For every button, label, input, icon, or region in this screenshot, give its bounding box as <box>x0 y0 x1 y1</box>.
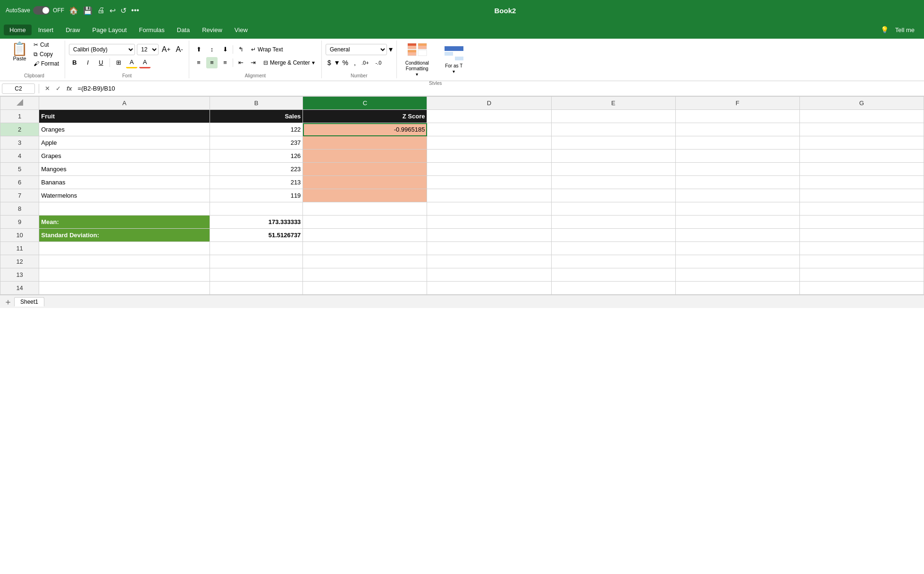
cell-a1[interactable]: Fruit <box>39 110 210 123</box>
cell-a11[interactable] <box>39 242 210 255</box>
cell-e4[interactable] <box>551 150 675 163</box>
col-header-d[interactable]: D <box>427 97 551 110</box>
cell-c2[interactable]: -0.9965185 <box>303 123 427 136</box>
menu-view[interactable]: View <box>229 25 253 35</box>
cell-f9[interactable] <box>675 216 799 229</box>
cell-d14[interactable] <box>427 282 551 295</box>
cell-b11[interactable] <box>210 242 303 255</box>
confirm-formula-button[interactable]: ✓ <box>54 84 63 93</box>
cell-e1[interactable] <box>551 110 675 123</box>
cell-e13[interactable] <box>551 268 675 282</box>
cell-d10[interactable] <box>427 229 551 242</box>
menu-page-layout[interactable]: Page Layout <box>87 25 133 35</box>
row-header-12[interactable]: 12 <box>0 255 39 268</box>
cell-c13[interactable] <box>303 268 427 282</box>
cell-g9[interactable] <box>799 216 924 229</box>
cell-f3[interactable] <box>675 136 799 150</box>
cell-a13[interactable] <box>39 268 210 282</box>
col-header-e[interactable]: E <box>551 97 675 110</box>
row-header-5[interactable]: 5 <box>0 163 39 176</box>
cell-c11[interactable] <box>303 242 427 255</box>
row-header-13[interactable]: 13 <box>0 268 39 282</box>
insert-function-button[interactable]: fx <box>65 84 74 93</box>
borders-button[interactable]: ⊞ <box>113 57 124 68</box>
cell-d13[interactable] <box>427 268 551 282</box>
home-icon[interactable]: 🏠 <box>69 6 78 15</box>
cell-e14[interactable] <box>551 282 675 295</box>
row-header-2[interactable]: 2 <box>0 123 39 136</box>
font-grow-button[interactable]: A+ <box>160 44 172 55</box>
undo-icon[interactable]: ↩ <box>109 6 116 15</box>
cell-g14[interactable] <box>799 282 924 295</box>
cell-b9[interactable]: 173.333333 <box>210 216 303 229</box>
row-header-4[interactable]: 4 <box>0 150 39 163</box>
cell-c4[interactable] <box>303 150 427 163</box>
comma-button[interactable]: , <box>352 58 358 67</box>
add-sheet-button[interactable]: ＋ <box>4 296 12 308</box>
dollar-button[interactable]: $ <box>326 58 333 67</box>
number-format-select[interactable]: General <box>326 44 387 55</box>
indent-dec-button[interactable]: ⇤ <box>235 57 246 68</box>
font-color-button[interactable]: A <box>139 57 151 68</box>
cell-f6[interactable] <box>675 176 799 189</box>
cell-f12[interactable] <box>675 255 799 268</box>
cell-a3[interactable]: Apple <box>39 136 210 150</box>
cell-b14[interactable] <box>210 282 303 295</box>
cell-f5[interactable] <box>675 163 799 176</box>
cell-d5[interactable] <box>427 163 551 176</box>
cell-a6[interactable]: Bananas <box>39 176 210 189</box>
cell-c9[interactable] <box>303 216 427 229</box>
cell-f2[interactable] <box>675 123 799 136</box>
cell-a5[interactable]: Mangoes <box>39 163 210 176</box>
cell-c8[interactable] <box>303 202 427 216</box>
cell-e11[interactable] <box>551 242 675 255</box>
cell-g8[interactable] <box>799 202 924 216</box>
cell-a4[interactable]: Grapes <box>39 150 210 163</box>
menu-home[interactable]: Home <box>4 25 32 35</box>
cell-a8[interactable] <box>39 202 210 216</box>
format-as-table-button[interactable]: For as T ▾ <box>437 43 470 76</box>
cancel-formula-button[interactable]: ✕ <box>43 84 52 93</box>
cell-f4[interactable] <box>675 150 799 163</box>
dollar-dropdown[interactable]: ▾ <box>335 58 339 67</box>
merge-center-button[interactable]: ⊟ Merge & Center ▾ <box>260 58 318 67</box>
fill-color-button[interactable]: A <box>126 57 137 68</box>
cell-d12[interactable] <box>427 255 551 268</box>
cell-f13[interactable] <box>675 268 799 282</box>
row-header-8[interactable]: 8 <box>0 202 39 216</box>
align-middle-button[interactable]: ↕ <box>206 44 218 55</box>
row-header-10[interactable]: 10 <box>0 229 39 242</box>
cell-g2[interactable] <box>799 123 924 136</box>
cell-c6[interactable] <box>303 176 427 189</box>
italic-button[interactable]: I <box>82 57 93 68</box>
cell-e2[interactable] <box>551 123 675 136</box>
cell-f8[interactable] <box>675 202 799 216</box>
cell-d6[interactable] <box>427 176 551 189</box>
cell-c12[interactable] <box>303 255 427 268</box>
autosave-toggle[interactable] <box>33 6 50 15</box>
cell-b13[interactable] <box>210 268 303 282</box>
cell-g12[interactable] <box>799 255 924 268</box>
text-direction-button[interactable]: ↰ <box>235 44 246 55</box>
cell-a7[interactable]: Watermelons <box>39 189 210 202</box>
redo-icon[interactable]: ↺ <box>120 6 126 15</box>
underline-button[interactable]: U <box>95 57 107 68</box>
cell-d2[interactable] <box>427 123 551 136</box>
cell-e6[interactable] <box>551 176 675 189</box>
cell-e8[interactable] <box>551 202 675 216</box>
dec-inc-button[interactable]: .0+ <box>360 57 371 68</box>
col-header-b[interactable]: B <box>210 97 303 110</box>
align-center-button[interactable]: ≡ <box>206 57 218 68</box>
cell-e10[interactable] <box>551 229 675 242</box>
dec-dec-button[interactable]: -.0 <box>373 57 384 68</box>
conditional-formatting-button[interactable]: Conditional Formatting ▾ <box>401 41 434 79</box>
cell-g7[interactable] <box>799 189 924 202</box>
indent-inc-button[interactable]: ⇥ <box>247 57 259 68</box>
cell-g6[interactable] <box>799 176 924 189</box>
cell-c10[interactable] <box>303 229 427 242</box>
sheet-tab-sheet1[interactable]: Sheet1 <box>14 297 44 307</box>
menu-formulas[interactable]: Formulas <box>134 25 170 35</box>
formula-input[interactable] <box>76 85 922 92</box>
cell-b7[interactable]: 119 <box>210 189 303 202</box>
row-header-9[interactable]: 9 <box>0 216 39 229</box>
